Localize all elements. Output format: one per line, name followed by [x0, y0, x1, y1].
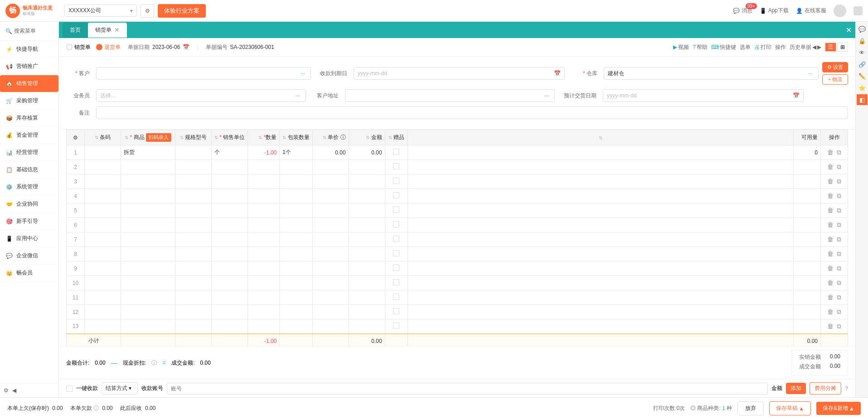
expected-date-calendar-icon[interactable]: 📅	[793, 92, 800, 99]
cell-amount[interactable]	[349, 189, 385, 203]
delete-icon[interactable]: 🗑	[827, 236, 834, 243]
gift-checkbox[interactable]	[393, 221, 399, 227]
avatar[interactable]	[834, 5, 846, 17]
cell-qty[interactable]	[248, 305, 280, 319]
expected-date-input[interactable]: yyyy-mm-dd 📅	[603, 89, 804, 102]
sidebar-item-finance[interactable]: 💰 资金管理	[0, 127, 58, 144]
add-button[interactable]: 添加	[786, 383, 806, 394]
th-gift[interactable]: ⇅ 赠品	[385, 130, 407, 145]
search-menu-button[interactable]: 🔍 搜索菜单	[4, 25, 55, 37]
cell-unit[interactable]	[212, 247, 248, 261]
history-link[interactable]: 历史单据 ◀ ▶	[790, 43, 821, 51]
cell-gift[interactable]	[385, 160, 407, 174]
cell-product[interactable]	[121, 174, 175, 189]
cell-qty[interactable]	[248, 160, 280, 174]
cell-pack-qty[interactable]	[280, 232, 312, 247]
product-type-link[interactable]: 1	[722, 405, 725, 411]
th-pack-qty[interactable]: ⇅ 包装数量	[280, 130, 312, 145]
save-new-button[interactable]: 保存&新增 ▲	[816, 402, 861, 415]
cell-pack-qty[interactable]	[280, 174, 312, 189]
warehouse-input-dots[interactable]: ···	[806, 70, 815, 77]
cell-pack-qty[interactable]: 1个	[280, 145, 312, 160]
sidebar-item-guide[interactable]: 🎯 新手引导	[0, 213, 58, 230]
cell-price[interactable]	[312, 290, 349, 305]
scan-button[interactable]: 扫码录入	[146, 133, 171, 142]
cell-pack-qty[interactable]	[280, 276, 312, 290]
app-download-button[interactable]: 📱 App下载	[760, 7, 789, 14]
th-available[interactable]: 可用量	[794, 130, 821, 145]
th-product[interactable]: ⇅ * 商品 扫码录入	[121, 130, 175, 145]
rs-comments-icon[interactable]: 💬	[857, 24, 868, 34]
delete-icon[interactable]: 🗑	[827, 294, 834, 301]
cell-product[interactable]: 拆货	[121, 145, 175, 160]
cell-unit[interactable]	[212, 290, 248, 305]
cell-remarks[interactable]	[407, 247, 793, 261]
cell-spec[interactable]	[175, 319, 212, 334]
question-icon[interactable]: ?	[845, 385, 848, 392]
fenyong-button[interactable]: 费用分摊	[810, 382, 841, 395]
cell-gift[interactable]	[385, 218, 407, 232]
online-service-button[interactable]: 👤 在线客服	[796, 7, 826, 14]
cell-product[interactable]	[121, 160, 175, 174]
th-qty[interactable]: ⇅ *数量	[248, 130, 280, 145]
cell-qty[interactable]	[248, 218, 280, 232]
rs-eye-icon[interactable]: 👁	[857, 47, 868, 58]
salesperson-input-dots[interactable]: ···	[294, 92, 302, 99]
sidebar-item-purchase[interactable]: 🛒 采购管理	[0, 92, 58, 110]
gift-checkbox[interactable]	[393, 308, 399, 314]
th-remarks[interactable]: ⇅	[407, 130, 793, 145]
cell-gift[interactable]	[385, 261, 407, 276]
cell-price[interactable]	[312, 174, 349, 189]
settings-icon[interactable]: ⚙	[141, 4, 154, 18]
cell-price[interactable]	[312, 203, 349, 218]
calendar-icon[interactable]: 📅	[183, 44, 189, 50]
cell-remarks[interactable]	[407, 160, 793, 174]
print-link[interactable]: 🖨 打印	[754, 43, 771, 51]
delete-icon[interactable]: 🗑	[827, 163, 834, 170]
delete-icon[interactable]: 🗑	[827, 308, 834, 315]
delete-icon[interactable]: 🗑	[827, 250, 834, 257]
cell-barcode[interactable]	[85, 174, 121, 189]
cell-remarks[interactable]	[407, 203, 793, 218]
cell-amount[interactable]	[349, 203, 385, 218]
gift-checkbox[interactable]	[393, 207, 399, 213]
save-draft-button[interactable]: 保存草稿 ▲	[769, 401, 811, 415]
video-link[interactable]: ▶ 视频	[673, 43, 689, 51]
cell-spec[interactable]	[175, 160, 212, 174]
cell-unit[interactable]	[212, 305, 248, 319]
settings-button[interactable]: ⚙ 设置	[822, 62, 848, 72]
logistics-button[interactable]: + 物流	[822, 74, 848, 85]
sidebar-item-quick-nav[interactable]: ⚡ 快捷导航	[0, 41, 58, 58]
cell-unit[interactable]	[212, 276, 248, 290]
operation-link[interactable]: 操作	[775, 43, 786, 51]
cell-pack-qty[interactable]	[280, 319, 312, 334]
gift-checkbox[interactable]	[393, 294, 399, 300]
delete-icon[interactable]: 🗑	[827, 323, 834, 330]
cell-product[interactable]	[121, 290, 175, 305]
cell-barcode[interactable]	[85, 261, 121, 276]
message-button[interactable]: 💬 消息 99+	[733, 7, 752, 14]
cell-qty[interactable]	[248, 189, 280, 203]
cell-remarks[interactable]	[407, 189, 793, 203]
radio-sales-order[interactable]: 销货单	[66, 43, 91, 51]
cell-spec[interactable]	[175, 247, 212, 261]
salesperson-input[interactable]: 选择... ···	[96, 89, 306, 102]
cell-price[interactable]: 0.00	[312, 145, 349, 160]
copy-icon[interactable]: ⧉	[837, 221, 841, 228]
rs-orange-icon[interactable]: ◧	[857, 94, 868, 105]
tab-home[interactable]: 首页	[63, 23, 88, 38]
cell-amount[interactable]	[349, 160, 385, 174]
cell-pack-qty[interactable]	[280, 305, 312, 319]
delete-icon[interactable]: 🗑	[827, 192, 834, 199]
cell-barcode[interactable]	[85, 218, 121, 232]
cell-pack-qty[interactable]	[280, 218, 312, 232]
cell-product[interactable]	[121, 261, 175, 276]
cell-pack-qty[interactable]	[280, 189, 312, 203]
table-container[interactable]: ⚙ ⇅ 条码 ⇅ * 商品 扫码录入	[66, 130, 848, 346]
cell-remarks[interactable]	[407, 174, 793, 189]
cell-spec[interactable]	[175, 174, 212, 189]
gift-checkbox[interactable]	[393, 236, 399, 242]
cell-spec[interactable]	[175, 145, 212, 160]
gift-checkbox[interactable]	[393, 250, 399, 256]
sidebar-item-system[interactable]: ⚙️ 系统管理	[0, 178, 58, 196]
